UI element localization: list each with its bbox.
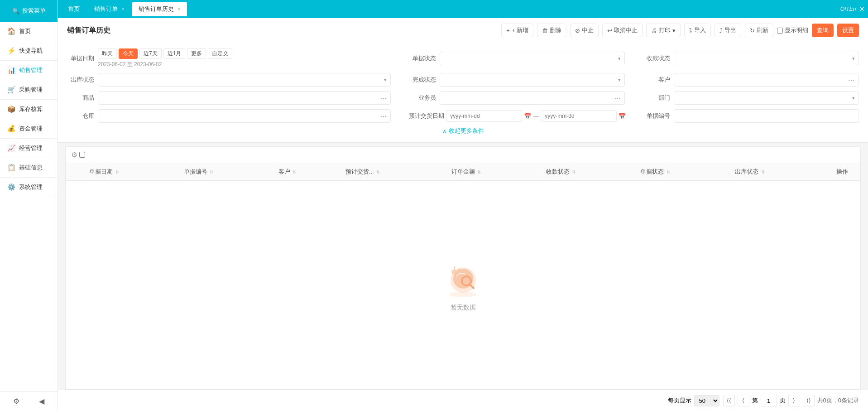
empty-illustration — [441, 258, 486, 304]
th-amount[interactable]: 订单金额 ⇅ — [446, 163, 541, 181]
order-status-control[interactable]: ▾ — [440, 52, 625, 65]
sidebar: 🔍 搜索菜单 🏠 首页 ⚡ 快捷导航 📊 销售管理 🛒 采购管理 📦 库存核算 … — [0, 0, 58, 411]
first-page-button[interactable]: ⟨⟨ — [723, 395, 735, 406]
cancel-stop-label: 取消中止 — [614, 26, 638, 34]
filter-date: 单据日期 昨天 今天 近7天 近1月 更多 自定义 2023-06-02 至 2… — [67, 48, 391, 68]
th-number[interactable]: 单据编号 ⇅ — [178, 163, 273, 181]
cancel-stop-button[interactable]: ↩ 取消中止 — [602, 24, 643, 37]
next-page-button[interactable]: ⟩ — [788, 395, 800, 406]
svg-point-5 — [451, 269, 457, 275]
delivery-status-chevron: ▾ — [384, 77, 387, 83]
tab-sales-order[interactable]: 销售订单 × — [88, 2, 130, 16]
date-btn-today[interactable]: 今天 — [119, 48, 138, 59]
tab-sales-order-history[interactable]: 销售订单历史 × — [132, 2, 187, 16]
expected-date-start[interactable] — [446, 110, 522, 122]
tab-sales-order-close[interactable]: × — [121, 6, 124, 12]
print-button[interactable]: 🖨 打印 ▾ — [646, 24, 681, 37]
completion-status-control[interactable]: ▾ — [440, 73, 625, 87]
sidebar-item-sales[interactable]: 📊 销售管理 — [0, 61, 58, 80]
sidebar-item-operations[interactable]: 📈 经营管理 — [0, 139, 58, 158]
th-operations: 操作 — [824, 163, 860, 181]
completion-status-chevron: ▾ — [618, 77, 621, 83]
sidebar-item-purchase[interactable]: 🛒 采购管理 — [0, 80, 58, 100]
cancel-stop-icon: ↩ — [607, 27, 612, 34]
prev-page-button[interactable]: ⟨ — [738, 395, 749, 406]
th-payment-status[interactable]: 收款状态 ⇅ — [541, 163, 635, 181]
settings-button[interactable]: 设置 — [837, 24, 859, 37]
page-label: 第 — [752, 396, 758, 405]
collapse-row[interactable]: ∧ 收起更多条件 — [67, 125, 859, 137]
product-control[interactable]: ··· — [98, 91, 391, 105]
sidebar-item-basic-info[interactable]: 📋 基础信息 — [0, 158, 58, 178]
display-detail-checkbox[interactable]: 显示明细 — [777, 26, 808, 34]
tab-home[interactable]: 首页 — [62, 2, 86, 16]
sidebar-item-finance[interactable]: 💰 资金管理 — [0, 119, 58, 139]
per-page-label: 每页显示 — [668, 396, 691, 405]
stop-label: 中止 — [582, 26, 594, 34]
filter-department: 部门 ▾ — [643, 91, 859, 105]
pagination: ⟨⟨ ⟨ 第 页 ⟩ ⟩⟩ 共0页，0条记录 — [723, 395, 859, 406]
collapse-icon[interactable]: ◀ — [39, 397, 44, 406]
payment-status-control[interactable]: ▾ — [674, 52, 859, 65]
sort-amount-icon: ⇅ — [477, 169, 481, 174]
sidebar-item-inventory[interactable]: 📦 库存核算 — [0, 100, 58, 119]
sidebar-item-quick-nav[interactable]: ⚡ 快捷导航 — [0, 41, 58, 61]
delete-button[interactable]: 🗑 删除 — [537, 24, 566, 37]
filter-row-3: 商品 ··· 业务员 ··· — [67, 89, 859, 107]
date-btn-1month[interactable]: 近1月 — [163, 48, 186, 59]
th-delivery-status[interactable]: 出库状态 ⇅ — [729, 163, 824, 181]
customer-control[interactable]: ··· — [674, 73, 859, 87]
gear-table-icon[interactable]: ⚙ — [71, 150, 77, 159]
query-label: 查询 — [817, 26, 829, 34]
import-icon: ⤵ — [689, 27, 692, 34]
sidebar-item-basic-info-label: 基础信息 — [19, 164, 43, 172]
sidebar-item-finance-label: 资金管理 — [19, 125, 43, 133]
new-label: + 新增 — [512, 26, 528, 34]
delivery-status-control[interactable]: ▾ — [98, 73, 391, 87]
order-number-control[interactable] — [674, 109, 859, 123]
sidebar-search[interactable]: 🔍 搜索菜单 — [0, 0, 58, 22]
th-expected-date[interactable]: 预计交货... ⇅ — [340, 163, 446, 181]
payment-status-chevron: ▾ — [852, 56, 855, 62]
display-detail-input[interactable] — [777, 28, 783, 34]
per-page-group: 每页显示 50 10 20 100 — [668, 395, 719, 406]
salesperson-control[interactable]: ··· — [440, 91, 625, 105]
export-button[interactable]: ⤴ 导出 — [715, 24, 741, 37]
page-input[interactable] — [761, 395, 777, 406]
basic-info-icon: 📋 — [7, 164, 15, 172]
date-btn-yesterday[interactable]: 昨天 — [98, 48, 117, 59]
th-customer[interactable]: 客户 ⇅ — [273, 163, 340, 181]
date-btn-more[interactable]: 更多 — [187, 48, 206, 59]
calendar-end-icon[interactable]: 📅 — [619, 113, 626, 120]
th-order-status[interactable]: 单据状态 ⇅ — [635, 163, 729, 181]
warehouse-control[interactable]: ··· — [98, 109, 391, 123]
tab-sales-order-history-label: 销售订单历史 — [139, 5, 174, 13]
department-control[interactable]: ▾ — [674, 91, 859, 105]
new-button[interactable]: + + 新增 — [501, 24, 533, 37]
refresh-button[interactable]: ↻ 刷新 — [745, 24, 773, 37]
toolbar: + + 新增 🗑 删除 ⊘ 中止 ↩ 取消中止 — [501, 24, 859, 37]
query-button[interactable]: 查询 — [812, 24, 834, 37]
sidebar-item-home-label: 首页 — [19, 27, 31, 35]
sidebar-item-home[interactable]: 🏠 首页 — [0, 22, 58, 41]
table-header: 单据日期 ⇅ 单据编号 ⇅ 客户 ⇅ 预计交货... — [66, 163, 860, 181]
filter-delivery-status: 出库状态 ▾ — [67, 73, 391, 87]
settings-gear-icon[interactable]: ⚙ — [13, 397, 19, 406]
calendar-start-icon[interactable]: 📅 — [524, 113, 531, 120]
sort-number-icon: ⇅ — [210, 169, 213, 174]
expected-date-end[interactable] — [541, 110, 617, 122]
sidebar-item-quick-nav-label: 快捷导航 — [19, 47, 43, 55]
last-page-button[interactable]: ⟩⟩ — [803, 395, 815, 406]
filter-row-4: 仓库 ··· 预计交货日期 📅 — 📅 — [67, 107, 859, 125]
date-btn-7days[interactable]: 近7天 — [139, 48, 162, 59]
tab-bar-close-icon[interactable]: × — [859, 5, 864, 14]
sidebar-item-system[interactable]: ⚙️ 系统管理 — [0, 178, 58, 197]
sort-order-status-icon: ⇅ — [667, 169, 670, 174]
th-date[interactable]: 单据日期 ⇅ — [84, 163, 178, 181]
date-btn-custom[interactable]: 自定义 — [208, 48, 232, 59]
select-all-checkbox[interactable] — [79, 152, 85, 158]
stop-button[interactable]: ⊘ 中止 — [570, 24, 599, 37]
tab-sales-order-history-close[interactable]: × — [177, 6, 180, 12]
per-page-select[interactable]: 50 10 20 100 — [694, 395, 719, 406]
import-button[interactable]: ⤵ 导入 — [684, 24, 711, 37]
